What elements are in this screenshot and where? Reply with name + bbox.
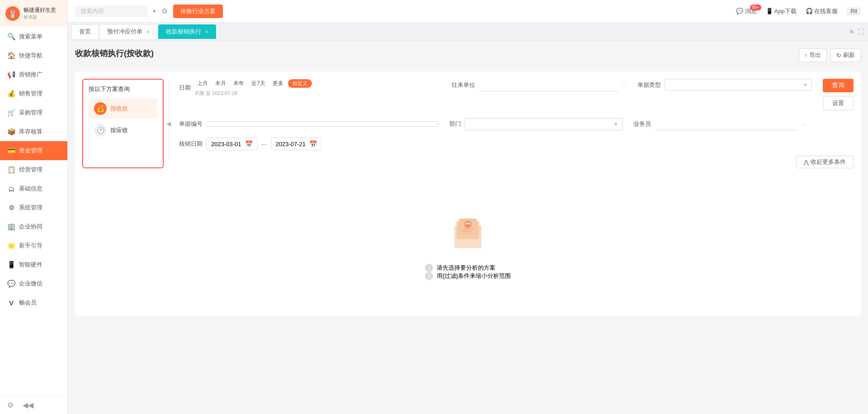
sidebar-item-inventory[interactable]: 📦 库存核算 [0,122,67,141]
message-badge[interactable]: 💬 消息 99+ [736,7,757,15]
tab-collection-label: 收款核销执行 [166,28,201,36]
date-field: 日期 上月 本月 本年 近7天 更多 自定义 不限 至 [179,79,441,97]
counterpart-label: 往来单位 [452,81,475,89]
sidebar-label-guide: 新手引导 [19,242,42,250]
dept-chevron: ▾ [614,121,618,128]
empty-tip-1: 1 请先选择要分析的方案 [425,264,510,272]
sidebar-item-basic[interactable]: 🗂 基础信息 [0,179,67,198]
main-area: 搜索内容 ▾ ⚙ 休验行业方案 💬 消息 99+ 📱 App下载 🎧 在线客服 … [68,0,868,414]
date-this-year-btn[interactable]: 本年 [231,79,247,88]
sidebar-item-member[interactable]: V 畅会员 [0,293,67,312]
toolbar: ↑ 导出 ↻ 刷新 [799,48,861,62]
sidebar-item-enterprise[interactable]: 🏢 企业协同 [0,217,67,236]
sidebar-item-operations[interactable]: 📋 经营管理 [0,160,67,179]
collapse-more-button[interactable]: ⋀ 收起更多条件 [796,156,854,168]
verify-date-label: 核销日期 [179,140,203,148]
calendar-start-icon[interactable]: 📅 [245,140,253,148]
sidebar-item-purchase[interactable]: 🛒 采购管理 [0,103,67,122]
sales-icon: 💰 [7,90,15,98]
sidebar-label-member: 畅会员 [19,299,37,307]
sidebar-item-wechat[interactable]: 💬 企业微信 [0,274,67,293]
date-last-month-btn[interactable]: 上月 [194,79,211,88]
purchase-icon: 🛒 [7,109,15,117]
export-button[interactable]: ↑ 导出 [799,48,827,62]
app-label: App下载 [774,8,797,14]
receipt-icon: 💰 [94,102,107,115]
wechat-icon: 💬 [7,280,15,288]
dept-select[interactable]: ▾ [465,118,623,130]
tab-maximize-button[interactable]: ⛶ [858,28,864,35]
tabbar: 首页 预付冲应付单 ✕ 收款核销执行 ✕ ✕ ⛶ [68,23,868,41]
user-name[interactable]: Rit [847,7,861,15]
date-custom-badge[interactable]: 自定义 [288,79,312,88]
verify-date-field: 核销日期 2023-03-01 📅 — 2023-07-21 📅 [179,138,322,150]
sidebar-item-finance[interactable]: 💳 资金管理 [0,141,67,160]
service-icon: 🎧 [806,8,813,14]
dropdown-icon[interactable]: ▾ [153,8,156,14]
doc-type-field: 单据类型 ▾ [637,79,812,91]
sidebar-label-sales: 销售管理 [19,90,42,98]
date-more-btn[interactable]: 更多 [270,79,286,88]
empty-tip-1-text: 请先选择要分析的方案 [437,264,495,272]
filter-by-receipt[interactable]: 💰 按收款 [89,99,157,119]
empty-state: 1 请先选择要分析的方案 2 用[过滤]条件来缩小分析范围 [75,176,861,316]
message-icon: 💬 [736,8,743,14]
date-7days-btn[interactable]: 近7天 [249,79,268,88]
staff-ellipsis[interactable]: ··· [802,121,807,128]
industry-solution-button[interactable]: 休验行业方案 [173,5,223,18]
topbar-settings-icon[interactable]: ⚙ [161,7,168,15]
collapse-row: ⋀ 收起更多条件 [179,156,854,168]
verify-date-start-input[interactable]: 2023-03-01 📅 [206,138,258,150]
svg-point-5 [469,223,470,224]
filter-fields: 日期 上月 本月 本年 近7天 更多 自定义 不限 至 [179,79,854,168]
sidebar-label-basic: 基础信息 [19,185,42,193]
counterpart-field: 往来单位 ··· [452,79,626,91]
footer-settings-icon[interactable]: ⚙ [7,401,14,409]
calendar-end-icon[interactable]: 📅 [309,140,317,148]
marketing-icon: 📢 [7,71,15,79]
sidebar-item-marketing[interactable]: 📢 营销推广 [0,65,67,84]
filter-by-receivable[interactable]: 🕐 按应收 [89,120,157,140]
basic-icon: 🗂 [7,185,15,193]
date-this-month-btn[interactable]: 本月 [212,79,229,88]
tab-collection-close-icon[interactable]: ✕ [205,29,208,34]
sidebar-item-search[interactable]: 🔍 搜索菜单 [0,27,67,46]
home-icon: 🏠 [7,52,15,60]
verify-date-end-input[interactable]: 2023-07-21 📅 [271,138,322,150]
tab-collection[interactable]: 收款核销执行 ✕ [158,24,216,39]
page-title: 收款核销执行(按收款) [75,48,154,59]
query-button[interactable]: 查询 [823,79,854,92]
topbar: 搜索内容 ▾ ⚙ 休验行业方案 💬 消息 99+ 📱 App下载 🎧 在线客服 … [68,0,868,23]
tab-home[interactable]: 首页 [71,24,99,39]
sidebar-label-operations: 经营管理 [19,166,42,174]
staff-label: 业务员 [633,120,651,128]
hardware-icon: 📱 [7,261,15,269]
settings-button[interactable]: 设置 [823,96,854,110]
online-service[interactable]: 🎧 在线客服 [806,7,838,15]
counterpart-ellipsis[interactable]: ··· [622,82,627,89]
logo-title: 畅捷通好生意 [24,7,56,14]
sidebar-label-system: 系统管理 [19,204,42,212]
filter-panel: 按以下方案查询 💰 按收款 🕐 按应收 ◀ [75,71,861,316]
sidebar-item-guide[interactable]: 🌟 新手引导 [0,236,67,255]
sidebar-item-sales[interactable]: 💰 销售管理 [0,84,67,103]
empty-illustration [445,212,491,258]
sidebar-item-hardware[interactable]: 📱 智能硬件 [0,255,67,274]
app-download[interactable]: 📱 App下载 [766,7,797,15]
footer-collapse-icon[interactable]: ◀◀ [23,401,33,409]
tab-close-window-button[interactable]: ✕ [849,28,854,35]
tab-prepay-close-icon[interactable]: ✕ [146,29,150,34]
empty-tip-2: 2 用[过滤]条件来缩小分析范围 [425,272,510,280]
doc-type-select[interactable]: ▾ [665,79,812,91]
date-label: 日期 [179,84,191,92]
sidebar-item-quick-nav[interactable]: 🏠 快捷导航 [0,46,67,65]
doc-type-label: 单据类型 [637,81,661,89]
sidebar-item-system[interactable]: ⚙ 系统管理 [0,198,67,217]
filter-collapse-arrow[interactable]: ◀ [164,79,174,168]
app-icon: 📱 [766,8,773,14]
tab-prepay[interactable]: 预付冲应付单 ✕ [99,24,157,39]
doc-no-input[interactable] [206,121,439,127]
refresh-button[interactable]: ↻ 刷新 [830,48,861,62]
sidebar-label-search: 搜索菜单 [19,33,42,41]
sidebar-label-finance: 资金管理 [19,147,42,155]
